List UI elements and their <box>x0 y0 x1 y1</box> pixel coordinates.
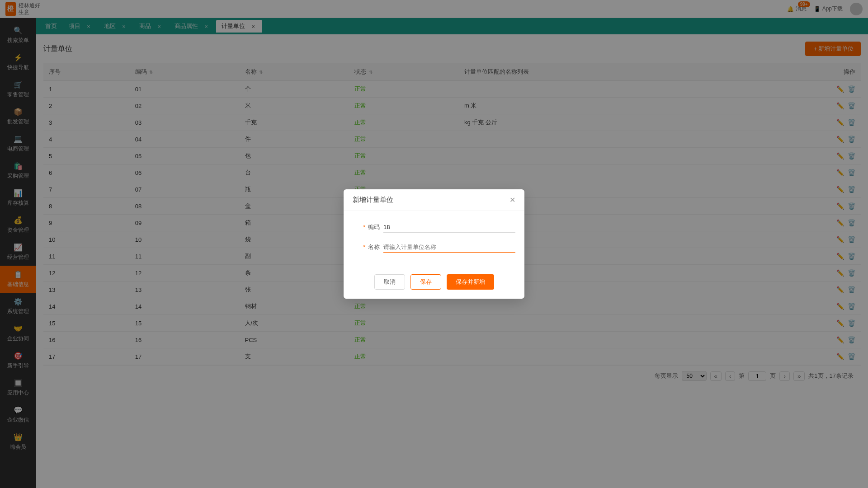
modal-header: 新增计量单位 ✕ <box>344 189 524 211</box>
cancel-button[interactable]: 取消 <box>374 274 405 290</box>
name-input[interactable] <box>383 242 515 253</box>
code-input[interactable] <box>383 222 515 233</box>
modal-close-button[interactable]: ✕ <box>509 196 515 204</box>
code-form-label: * 编码 <box>353 223 380 231</box>
name-form-label: * 名称 <box>353 243 380 251</box>
add-unit-modal: 新增计量单位 ✕ * 编码 * 名称 取消 保存 保存并新增 <box>344 189 524 299</box>
code-required-star: * <box>363 224 365 230</box>
modal-title: 新增计量单位 <box>353 196 393 204</box>
name-form-row: * 名称 <box>353 242 515 253</box>
modal-overlay[interactable]: 新增计量单位 ✕ * 编码 * 名称 取消 保存 保存并新增 <box>0 0 868 488</box>
save-button[interactable]: 保存 <box>410 274 441 290</box>
save-and-new-button[interactable]: 保存并新增 <box>447 274 494 290</box>
name-required-star: * <box>363 244 365 250</box>
modal-footer: 取消 保存 保存并新增 <box>344 269 524 299</box>
code-form-row: * 编码 <box>353 222 515 233</box>
modal-body: * 编码 * 名称 <box>344 211 524 269</box>
